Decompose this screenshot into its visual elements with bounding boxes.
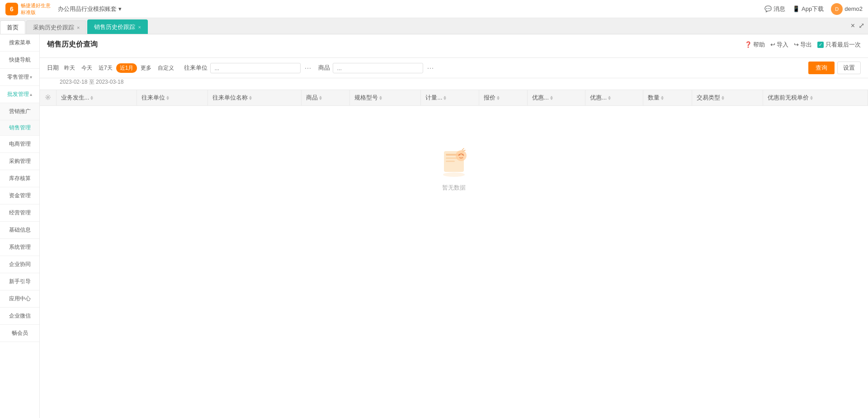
col-sortable-discount1[interactable]: 优惠...: [532, 94, 580, 102]
sidebar-item-collab[interactable]: 企业协同: [0, 256, 39, 273]
sidebar-item-basicinfo[interactable]: 基础信息: [0, 222, 39, 239]
content-area: 销售历史价查询 ❓ 帮助 ↩ 导入 ↪ 导出 ✓: [40, 34, 868, 418]
sidebar-purchase-label: 采购管理: [9, 158, 31, 164]
col-sortable-trade-type[interactable]: 交易类型: [697, 94, 758, 102]
help-label: 帮助: [753, 41, 765, 49]
maximize-button[interactable]: ⤢: [859, 18, 864, 34]
sidebar-finance-label: 资金管理: [9, 192, 31, 199]
sidebar-item-marketing[interactable]: 营销推广: [0, 103, 39, 120]
goods-filter-input[interactable]: [333, 63, 423, 73]
checkbox-icon: ✓: [817, 42, 824, 48]
col-sortable-unit-code[interactable]: 往来单位: [142, 94, 203, 102]
export-button[interactable]: ↪ 导出: [794, 41, 812, 49]
tab-purchase[interactable]: 采购历史价跟踪 ×: [26, 20, 86, 34]
col-business-date[interactable]: 业务发生...: [56, 90, 137, 106]
unit-filter-group: 往来单位 ···: [184, 63, 311, 73]
unit-filter-input[interactable]: [210, 63, 301, 73]
date-btn-today[interactable]: 今天: [79, 63, 95, 73]
sidebar-item-wechat[interactable]: 企业微信: [0, 308, 39, 325]
date-btn-yesterday[interactable]: 昨天: [61, 63, 78, 73]
col-unit-name[interactable]: 往来单位名称: [208, 90, 301, 106]
sidebar: 搜索菜单 快捷导航 零售管理 ▾ 批发管理 ▴ 营销推广 销售管理 电商管理 采…: [0, 34, 40, 418]
col-sortable-goods[interactable]: 商品: [306, 94, 345, 102]
close-all-button[interactable]: ×: [851, 18, 855, 34]
sidebar-system-label: 系统管理: [9, 244, 31, 250]
sort-icon-unit-code: [166, 96, 169, 100]
sidebar-ecommerce-label: 电商管理: [9, 141, 31, 147]
download-button[interactable]: 📱 App下载: [793, 5, 824, 13]
sort-icon-discount2: [608, 96, 611, 100]
col-price[interactable]: 报价: [479, 90, 527, 106]
sidebar-basicinfo-label: 基础信息: [9, 227, 31, 233]
tab-purchase-close[interactable]: ×: [77, 25, 80, 30]
date-btn-custom[interactable]: 自定义: [155, 63, 177, 73]
col-sortable-no-tax-price[interactable]: 优惠前无税单价: [768, 94, 863, 102]
chevron-down-icon: ▾: [30, 75, 32, 80]
sidebar-item-purchase[interactable]: 采购管理: [0, 153, 39, 170]
goods-filter-dots[interactable]: ···: [427, 63, 434, 73]
message-label: 消息: [774, 5, 785, 13]
col-goods[interactable]: 商品: [301, 90, 349, 106]
app-selector[interactable]: 办公用品行业模拟账套 ▾: [54, 5, 125, 13]
user-menu[interactable]: D demo2: [831, 3, 863, 15]
goods-filter-group: 商品 ···: [318, 63, 434, 73]
export-label: 导出: [800, 41, 812, 49]
col-no-tax-price[interactable]: 优惠前无税单价: [763, 90, 868, 106]
col-sortable-price[interactable]: 报价: [484, 94, 523, 102]
tab-sale-close[interactable]: ×: [138, 24, 141, 30]
date-btn-more[interactable]: 更多: [138, 63, 154, 73]
sidebar-item-salesmanage[interactable]: 销售管理: [0, 120, 39, 136]
sidebar-item-quicknav[interactable]: 快捷导航: [0, 52, 39, 69]
sidebar-item-newbie[interactable]: 新手引导: [0, 273, 39, 290]
sort-icon-unit-measure: [443, 96, 446, 100]
sidebar-item-wholesale[interactable]: 批发管理 ▴: [0, 86, 39, 103]
import-button[interactable]: ↩ 导入: [770, 41, 788, 49]
help-button[interactable]: ❓ 帮助: [745, 41, 765, 49]
col-qty[interactable]: 数量: [643, 90, 692, 106]
date-btn-1month[interactable]: 近1月: [116, 63, 137, 73]
import-icon: ↩: [770, 41, 775, 48]
sidebar-item-retail[interactable]: 零售管理 ▾: [0, 69, 39, 86]
tab-sale[interactable]: 销售历史价跟踪 ×: [87, 19, 147, 34]
col-sortable-unit-name[interactable]: 往来单位名称: [212, 94, 297, 102]
col-sortable-qty[interactable]: 数量: [648, 94, 687, 102]
sidebar-item-finance[interactable]: 资金管理: [0, 187, 39, 204]
col-sortable-unit-measure[interactable]: 计量...: [425, 94, 474, 102]
col-unit-measure[interactable]: 计量...: [421, 90, 479, 106]
unit-filter-dots[interactable]: ···: [304, 63, 311, 73]
sort-icon-business-date: [90, 96, 93, 100]
sidebar-item-system[interactable]: 系统管理: [0, 239, 39, 256]
gear-icon[interactable]: [45, 94, 51, 100]
tab-home-label: 首页: [7, 24, 19, 32]
sidebar-item-member[interactable]: 畅会员: [0, 325, 39, 342]
date-filter-group: 日期 昨天 今天 近7天 近1月 更多 自定义: [47, 63, 177, 73]
sidebar-item-inventory[interactable]: 库存核算: [0, 170, 39, 187]
sidebar-item-appcenter[interactable]: 应用中心: [0, 290, 39, 308]
topbar-left: 6 畅捷通好生意 标准版 办公用品行业模拟账套 ▾: [5, 2, 125, 15]
col-sortable-discount2[interactable]: 优惠...: [590, 94, 638, 102]
svg-point-6: [456, 150, 467, 161]
last-only-toggle[interactable]: ✓ 只看最后一次: [817, 41, 861, 49]
sort-icon-spec: [379, 96, 382, 100]
sidebar-item-search[interactable]: 搜索菜单: [0, 34, 39, 52]
query-button[interactable]: 查询: [808, 62, 835, 74]
message-button[interactable]: 💬 消息: [764, 5, 785, 13]
col-spec[interactable]: 规格型号: [350, 90, 421, 106]
col-sortable-business-date[interactable]: 业务发生...: [61, 94, 132, 102]
col-trade-type[interactable]: 交易类型: [692, 90, 763, 106]
svg-point-7: [459, 154, 460, 156]
sidebar-search-label: 搜索菜单: [9, 39, 31, 46]
sidebar-item-ecommerce[interactable]: 电商管理: [0, 136, 39, 153]
col-discount2[interactable]: 优惠...: [585, 90, 643, 106]
sidebar-item-operations[interactable]: 经营管理: [0, 204, 39, 222]
col-sortable-spec[interactable]: 规格型号: [354, 94, 416, 102]
date-btn-7days[interactable]: 近7天: [96, 63, 115, 73]
sort-icon-trade-type: [722, 96, 724, 100]
col-discount1[interactable]: 优惠...: [527, 90, 585, 106]
tab-home[interactable]: 首页: [0, 20, 25, 34]
col-unit-code[interactable]: 往来单位: [137, 90, 208, 106]
chevron-up-icon: ▴: [30, 92, 32, 97]
setting-button[interactable]: 设置: [837, 62, 861, 74]
main-layout: 搜索菜单 快捷导航 零售管理 ▾ 批发管理 ▴ 营销推广 销售管理 电商管理 采…: [0, 34, 868, 418]
svg-point-1: [443, 172, 465, 177]
